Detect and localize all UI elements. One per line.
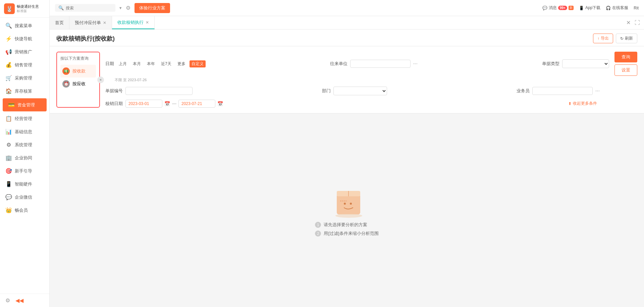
logo-text: 畅捷通好生意 标准版 — [17, 4, 39, 13]
filter-field-dept: 部门 — [322, 87, 387, 95]
doc-type-select[interactable] — [562, 59, 609, 68]
date-btn-7days[interactable]: 近7天 — [159, 60, 173, 67]
search-menu-icon: 🔍 — [5, 22, 12, 29]
counterpart-more-icon[interactable]: ··· — [413, 61, 418, 67]
verify-date-end-input[interactable] — [178, 100, 215, 108]
collapse-more-btn[interactable]: ⬆ 收起更多条件 — [566, 99, 600, 108]
export-icon: ↑ — [597, 36, 599, 41]
app-download-btn[interactable]: 📱 App下载 — [579, 5, 600, 11]
logo-icon: 🐰 — [4, 3, 15, 14]
verify-date-end-calendar-icon[interactable]: 📅 — [217, 101, 223, 106]
page-header-actions: ↑ 导出 ↻ 刷新 — [593, 34, 637, 43]
date-btn-last-month[interactable]: 上月 — [117, 60, 129, 67]
date-btn-custom[interactable]: 自定义 — [190, 60, 206, 67]
topbar-search-box[interactable]: 🔍 — [55, 4, 115, 12]
staff-more-icon[interactable]: ··· — [595, 88, 600, 94]
app-logo: 🐰 畅捷通好生意 标准版 — [0, 0, 49, 18]
tab-receipt-verify[interactable]: 收款核销执行 ✕ — [112, 16, 155, 29]
verify-date-start-calendar-icon[interactable]: 📅 — [164, 101, 170, 106]
staff-input[interactable] — [532, 87, 593, 95]
inventory-icon: 🏠 — [5, 88, 12, 94]
verify-date-start-input[interactable] — [125, 100, 162, 108]
sidebar-item-basic-info[interactable]: 📊 基础信息 — [0, 125, 49, 138]
filter-option-by-receipt[interactable]: 💵 按收款 — [60, 65, 96, 78]
wechat-icon: 💬 — [5, 194, 12, 200]
filter-field-date: 日期 上月 本月 本年 近7天 更多 自定义 — [105, 60, 206, 67]
collapse-icon: ⬆ — [568, 101, 572, 106]
sidebar-item-purchase[interactable]: 🛒 采购管理 — [0, 71, 49, 85]
finance-icon: 💳 — [8, 102, 15, 108]
restore-window-icon[interactable]: ⛶ — [633, 18, 641, 27]
tab-receipt-verify-close[interactable]: ✕ — [146, 20, 149, 25]
purchase-icon: 🛒 — [5, 75, 12, 81]
filter-field-verify-date: 核销日期 📅 — 📅 — [105, 100, 223, 108]
app-icon: 📱 — [579, 6, 584, 10]
sidebar-item-guide[interactable]: 🎯 新手引导 — [0, 164, 49, 177]
tabbar-actions: ✕ ⛶ — [625, 16, 644, 29]
enterprise-icon: 🏢 — [5, 155, 12, 161]
doc-num-label: 单据编号 — [105, 88, 123, 94]
setting-button[interactable]: 设置 — [614, 64, 637, 76]
system-icon: ⚙ — [5, 142, 12, 148]
date-btn-this-year[interactable]: 本年 — [145, 60, 157, 67]
filter-row-1: 日期 上月 本月 本年 近7天 更多 自定义 往来单位 — [105, 52, 637, 76]
tab-prepay-close[interactable]: ✕ — [103, 20, 106, 25]
member-icon: 👑 — [5, 207, 12, 213]
sidebar-item-operations[interactable]: 📋 经营管理 — [0, 112, 49, 125]
filter-area: 按以下方案查询 💵 按收款 ⏰ 按应收 « 日期 — [50, 46, 644, 113]
user-info[interactable]: Rit — [634, 6, 639, 10]
refresh-button[interactable]: ↻ 刷新 — [616, 34, 637, 43]
filter-form: 日期 上月 本月 本年 近7天 更多 自定义 往来单位 — [105, 52, 637, 108]
sidebar-item-member[interactable]: 👑 畅会员 — [0, 204, 49, 217]
sidebar-item-quick-nav[interactable]: ⚡ 快捷导航 — [0, 32, 49, 45]
tab-prepay[interactable]: 预付冲应付单 ✕ — [69, 16, 112, 29]
date-btn-more[interactable]: 更多 — [175, 60, 187, 67]
dept-label: 部门 — [322, 88, 331, 94]
filter-panel-collapse[interactable]: « — [97, 76, 104, 83]
collapse-icon[interactable]: ◀◀ — [15, 297, 23, 304]
counterpart-input[interactable] — [350, 60, 411, 68]
doc-num-input[interactable] — [125, 87, 193, 95]
by-receivable-icon: ⏰ — [62, 80, 70, 88]
counterpart-label: 往来单位 — [330, 61, 347, 67]
filter-panel-title: 按以下方案查询 — [60, 56, 96, 61]
search-icon: 🔍 — [58, 5, 64, 10]
close-window-icon[interactable]: ✕ — [625, 18, 632, 27]
empty-state: 1 请先选择要分析的方案 2 用[过滤]条件来缩小分析范围 — [50, 113, 644, 307]
sidebar-item-smart-hw[interactable]: 📱 智能硬件 — [0, 177, 49, 191]
sidebar-item-inventory[interactable]: 🏠 库存核算 — [0, 85, 49, 98]
sidebar-item-search-menu[interactable]: 🔍 搜索菜单 — [0, 19, 49, 32]
search-input[interactable] — [66, 6, 106, 10]
service-icon: 🎧 — [606, 6, 611, 10]
sidebar-item-wechat[interactable]: 💬 企业微信 — [0, 191, 49, 204]
message-btn[interactable]: 💬 消息 99+ 新 — [542, 5, 574, 11]
guide-icon: 🎯 — [5, 168, 12, 174]
online-service-btn[interactable]: 🎧 在线客服 — [606, 5, 628, 11]
date-btn-this-month[interactable]: 本月 — [131, 60, 143, 67]
sidebar-item-sales[interactable]: 💰 销售管理 — [0, 58, 49, 71]
svg-point-4 — [350, 203, 352, 205]
settings-icon[interactable]: ⚙ — [5, 297, 10, 304]
sidebar-item-enterprise[interactable]: 🏢 企业协同 — [0, 151, 49, 164]
export-button[interactable]: ↑ 导出 — [593, 34, 613, 43]
filter-row-2: 单据编号 部门 业务员 ··· — [105, 87, 637, 95]
sidebar-item-marketing[interactable]: 📢 营销推广 — [0, 45, 49, 58]
topbar-right: 💬 消息 99+ 新 📱 App下载 🎧 在线客服 Rit — [542, 5, 639, 11]
marketing-icon: 📢 — [5, 49, 12, 55]
chevron-down-icon: ▾ — [119, 5, 122, 10]
date-options-group: 上月 本月 本年 近7天 更多 自定义 — [117, 60, 206, 67]
sales-icon: 💰 — [5, 62, 12, 68]
sidebar: 🐰 畅捷通好生意 标准版 🔍 搜索菜单 ⚡ 快捷导航 📢 营销推广 💰 销售管理… — [0, 0, 50, 307]
industry-solution-button[interactable]: 体验行业方案 — [135, 3, 170, 13]
new-badge: 新 — [569, 6, 574, 10]
gear-icon[interactable]: ⚙ — [126, 5, 130, 11]
hint-num-1: 1 — [315, 222, 321, 228]
sidebar-item-system[interactable]: ⚙ 系统管理 — [0, 138, 49, 151]
filter-sidebar-panel: 按以下方案查询 💵 按收款 ⏰ 按应收 « — [56, 52, 100, 108]
filter-option-by-receivable[interactable]: ⏰ 按应收 — [60, 78, 96, 90]
sidebar-item-finance[interactable]: 💳 资金管理 — [3, 98, 47, 111]
refresh-icon: ↻ — [620, 36, 624, 41]
query-button[interactable]: 查询 — [614, 52, 637, 62]
tab-home[interactable]: 首页 — [50, 16, 69, 29]
dept-select[interactable] — [333, 87, 387, 95]
